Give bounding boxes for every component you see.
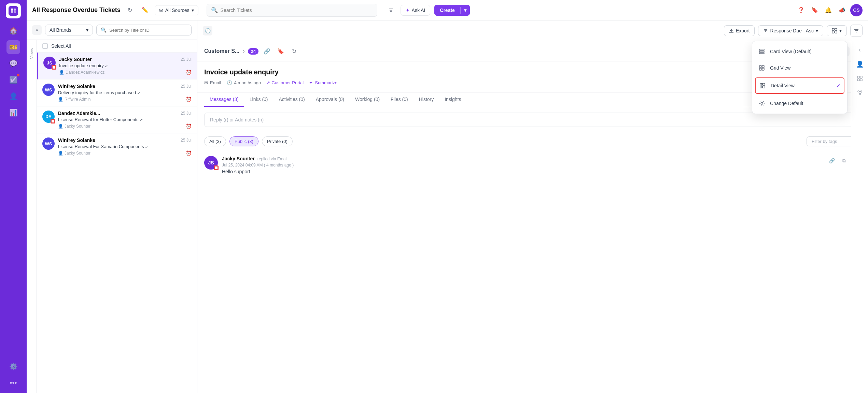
filter-public[interactable]: Public (3) <box>229 136 258 146</box>
views-label: Views <box>28 45 36 62</box>
view-dropdown-menu: Card View (Default) Grid View <box>752 41 848 114</box>
avatar-initials: DA <box>45 114 51 119</box>
assignee-icon: 👤 <box>58 97 63 102</box>
dropdown-item-change-default[interactable]: Change Default <box>752 95 847 112</box>
tab-links[interactable]: Links (0) <box>244 92 274 107</box>
bookmark-button[interactable]: 🔖 <box>809 5 820 16</box>
panel-apps-button[interactable] <box>854 72 866 85</box>
ticket-search-input[interactable] <box>109 28 187 33</box>
ticket-avatar: DA <box>42 111 55 123</box>
advanced-filter-button[interactable] <box>850 25 863 37</box>
view-toggle-button[interactable]: ▾ <box>827 25 847 36</box>
ticket-search-icon: 🔍 <box>101 27 107 33</box>
message-link-button[interactable]: 🔗 <box>827 156 837 165</box>
message-via-label: replied via Email <box>257 157 288 161</box>
tab-activities[interactable]: Activities (0) <box>274 92 310 107</box>
ticket-item[interactable]: DA Dandez Adamkie... 25 Jul Lic <box>37 106 197 133</box>
sidebar-item-messages[interactable]: 💬 <box>6 57 20 70</box>
create-button[interactable]: Create <box>434 5 460 16</box>
message-filters: All (3) Public (3) Private (0) Filter by… <box>197 132 868 150</box>
announcements-button[interactable]: 📣 <box>837 5 848 16</box>
app-logo[interactable] <box>6 3 21 18</box>
notifications-button[interactable]: 🔔 <box>823 5 834 16</box>
ticket-search-box[interactable]: 🔍 <box>96 25 192 35</box>
panel-expand-button[interactable]: ‹ <box>854 44 866 56</box>
ticket-item[interactable]: WS Winfrey Solanke 25 Jul License Renewa… <box>37 133 197 160</box>
clock-small-icon: 🕐 <box>227 80 232 85</box>
tab-approvals[interactable]: Approvals (0) <box>310 92 350 107</box>
svg-rect-19 <box>762 83 765 85</box>
dropdown-item-card-view[interactable]: Card View (Default) <box>752 43 847 60</box>
brand-chevron-icon: ▾ <box>86 27 88 33</box>
ticket-count-badge: 24 <box>248 48 258 55</box>
select-all-checkbox[interactable] <box>42 43 48 49</box>
link-icon-button[interactable]: 🔗 <box>262 46 272 56</box>
brand-selector[interactable]: All Brands ▾ <box>45 25 93 35</box>
view-chevron-icon: ▾ <box>839 28 842 33</box>
message-timestamp: Jul 25, 2024 04:09 AM ( 4 months ago ) <box>222 163 823 168</box>
ask-ai-button[interactable]: ✦ Ask AI <box>401 5 431 16</box>
ticket-avatar: JS <box>43 57 56 69</box>
svg-point-21 <box>761 102 763 104</box>
tab-insights[interactable]: Insights <box>439 92 466 107</box>
svg-rect-1 <box>14 9 16 11</box>
content-area: » All Brands ▾ 🔍 Views <box>27 20 868 393</box>
customer-portal-link[interactable]: ↗ Customer Portal <box>266 80 304 85</box>
ticket-footer: 👤 Riffwire Admin ⏰ <box>58 97 192 102</box>
svg-rect-2 <box>11 11 13 13</box>
edit-button[interactable]: ✏️ <box>140 5 151 16</box>
assignee-icon: 👤 <box>58 124 63 129</box>
search-input[interactable] <box>221 4 373 16</box>
reply-input[interactable]: Reply (r) or Add notes (n) <box>204 113 861 127</box>
sidebar-item-more[interactable]: ••• <box>6 376 20 390</box>
tab-messages[interactable]: Messages (3) <box>204 92 244 107</box>
select-all-label: Select All <box>51 43 71 49</box>
refresh-button[interactable]: ↻ <box>125 5 136 16</box>
panel-integration-button[interactable] <box>854 87 866 99</box>
ticket-date: 25 Jul <box>181 138 192 143</box>
tab-files[interactable]: Files (0) <box>385 92 414 107</box>
filter-icon-button[interactable] <box>386 5 396 16</box>
ticket-assignee: 👤 Jacky Sounter <box>58 124 90 129</box>
refresh-icon-button[interactable]: ↻ <box>289 46 299 56</box>
filter-all[interactable]: All (3) <box>204 136 226 146</box>
source-selector[interactable]: ✉ All Sources ▾ <box>155 5 198 15</box>
ticket-date: 25 Jul <box>181 111 192 116</box>
sidebar-item-contacts[interactable]: 👤 <box>6 89 20 103</box>
collapse-panel-button[interactable]: » <box>32 25 42 35</box>
sort-button[interactable]: Response Due - Asc ▾ <box>758 25 823 36</box>
summarize-button[interactable]: ✦ Summarize <box>309 80 337 85</box>
dropdown-item-detail-view[interactable]: Detail View ✓ <box>755 77 844 94</box>
panel-contacts-button[interactable]: 👤 <box>854 58 866 70</box>
help-button[interactable]: ❓ <box>796 5 807 16</box>
svg-point-27 <box>860 91 862 92</box>
dropdown-item-grid-view[interactable]: Grid View <box>752 60 847 76</box>
bookmark-icon-button[interactable]: 🔖 <box>276 46 286 56</box>
filter-private[interactable]: Private (0) <box>262 136 293 146</box>
sidebar-item-settings[interactable]: ⚙️ <box>6 360 20 373</box>
ticket-content: Winfrey Solanke 25 Jul Delivery inquiry … <box>58 84 192 102</box>
ticket-item[interactable]: WS Winfrey Solanke 25 Jul Delivery inqui… <box>37 79 197 106</box>
ticket-channel: ✉ Email <box>204 80 221 85</box>
logo-inner <box>9 6 18 16</box>
ticket-footer: 👤 Dandez Adamkiewicz ⏰ <box>59 70 192 75</box>
message-body: Jacky Sounter replied via Email Jul 25, … <box>222 156 823 174</box>
source-label: All Sources <box>165 8 190 13</box>
user-avatar[interactable]: GS <box>850 4 863 16</box>
assignee-icon: 👤 <box>58 151 63 156</box>
source-icon: ✉ <box>159 8 163 13</box>
tab-worklog[interactable]: Worklog (0) <box>350 92 385 107</box>
sidebar-item-tickets[interactable]: 🎫 <box>6 40 20 54</box>
sidebar-item-home[interactable]: 🏠 <box>6 24 20 38</box>
ticket-item[interactable]: JS Jacky Sounter 25 Jul Invoice <box>37 53 197 79</box>
ticket-title: Delivery inquiry for the items purchased… <box>58 90 192 95</box>
create-dropdown-button[interactable]: ▾ <box>461 5 470 16</box>
tab-history[interactable]: History <box>414 92 439 107</box>
search-icon: 🔍 <box>211 7 218 13</box>
export-button[interactable]: Export <box>724 25 755 36</box>
sidebar-item-reports[interactable]: 📊 <box>6 106 20 119</box>
message-copy-button[interactable]: ⧉ <box>839 156 849 165</box>
card-view-icon <box>758 47 766 56</box>
summarize-label: Summarize <box>315 80 337 85</box>
svg-rect-6 <box>832 28 834 30</box>
